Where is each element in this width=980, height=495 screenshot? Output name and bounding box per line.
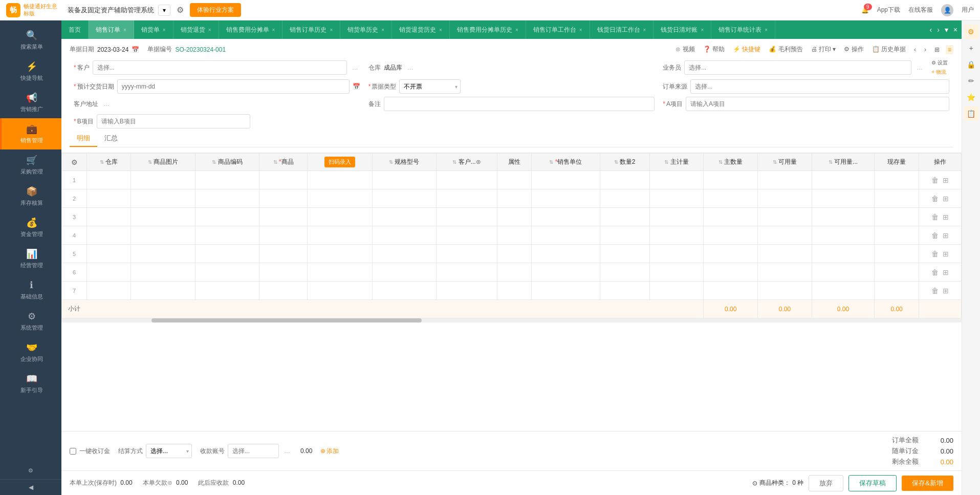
- tab-home[interactable]: 首页: [61, 20, 89, 39]
- cell-available2[interactable]: [812, 263, 874, 282]
- cell-product-code[interactable]: [195, 263, 259, 282]
- horizontal-scrollbar[interactable]: [61, 318, 962, 322]
- cell-available2[interactable]: [812, 189, 874, 208]
- sidebar-collapse-button[interactable]: ◀: [0, 479, 61, 495]
- app-download-link[interactable]: App下载: [877, 6, 900, 14]
- tab-return-history[interactable]: 销货退货历史 ×: [392, 20, 450, 39]
- cell-main-qty[interactable]: [704, 282, 758, 300]
- nav-close-all-button[interactable]: ×: [951, 25, 960, 35]
- cell-unit[interactable]: [532, 245, 600, 263]
- tab-workbench[interactable]: 销售订单工作台 ×: [526, 20, 590, 39]
- cell-available[interactable]: [758, 282, 812, 300]
- row-copy-btn[interactable]: ⊞: [942, 230, 950, 241]
- row-delete-btn[interactable]: 🗑: [930, 267, 940, 277]
- quick-payment-checkbox[interactable]: [70, 448, 76, 455]
- save-new-button[interactable]: 保存&新增: [902, 476, 953, 491]
- right-panel-icon-4[interactable]: ✏: [964, 74, 978, 88]
- next-doc-btn[interactable]: ›: [922, 45, 928, 54]
- cell-spec[interactable]: [372, 282, 436, 300]
- nav-next-button[interactable]: ›: [935, 25, 942, 35]
- cell-available[interactable]: [758, 263, 812, 282]
- tab-close-daily-clear[interactable]: ×: [643, 27, 646, 33]
- cell-stock[interactable]: [875, 189, 919, 208]
- cell-attr[interactable]: [497, 226, 531, 245]
- cell-product[interactable]: [259, 226, 308, 245]
- cell-warehouse[interactable]: [87, 282, 131, 300]
- cell-main-qty[interactable]: [704, 263, 758, 282]
- print-btn[interactable]: 🖨 打印 ▾: [809, 44, 838, 55]
- staff-input[interactable]: [684, 60, 911, 75]
- row-copy-btn[interactable]: ⊞: [942, 286, 950, 296]
- cell-qty2[interactable]: [600, 189, 649, 208]
- tab-close-return[interactable]: ×: [208, 27, 211, 33]
- cell-image[interactable]: [131, 245, 195, 263]
- cell-available2[interactable]: [812, 171, 874, 189]
- cell-stock[interactable]: [875, 226, 919, 245]
- row-copy-btn[interactable]: ⊞: [942, 212, 950, 222]
- add-payment-btn[interactable]: ⊕ 添加: [320, 447, 339, 456]
- profit-btn[interactable]: 💰 毛利预告: [767, 44, 804, 55]
- cell-product-code[interactable]: [195, 208, 259, 226]
- cell-main-qty[interactable]: [704, 226, 758, 245]
- cell-unit[interactable]: [532, 208, 600, 226]
- cell-product-code[interactable]: [195, 282, 259, 300]
- help-btn[interactable]: ❓ 帮助: [701, 44, 727, 55]
- cell-qty2[interactable]: [600, 263, 649, 282]
- tab-close-sales-order[interactable]: ×: [123, 27, 126, 33]
- cell-attr[interactable]: [497, 171, 531, 189]
- sidebar-bottom-settings[interactable]: ⚙: [0, 462, 61, 479]
- cell-qty2[interactable]: [600, 208, 649, 226]
- tab-invoice-history[interactable]: 销货单历史 ×: [340, 20, 392, 39]
- row-copy-btn[interactable]: ⊞: [942, 175, 950, 185]
- tab-close-expense[interactable]: ×: [272, 27, 275, 33]
- cell-available[interactable]: [758, 208, 812, 226]
- right-panel-icon-2[interactable]: +: [964, 41, 978, 55]
- cell-available2[interactable]: [812, 208, 874, 226]
- cell-qty2[interactable]: [600, 226, 649, 245]
- customer-more-btn[interactable]: …: [350, 64, 360, 71]
- cell-main-qty[interactable]: [704, 171, 758, 189]
- tab-close-reconcile[interactable]: ×: [701, 27, 704, 33]
- cell-product-code[interactable]: [195, 245, 259, 263]
- cell-warehouse[interactable]: [87, 189, 131, 208]
- prev-doc-btn[interactable]: ‹: [912, 45, 918, 54]
- tab-expense[interactable]: 销售费用分摊单 ×: [219, 20, 283, 39]
- cell-image[interactable]: [131, 282, 195, 300]
- cell-attr[interactable]: [497, 189, 531, 208]
- cell-main-unit[interactable]: [649, 282, 704, 300]
- tab-close-order-history[interactable]: ×: [330, 27, 333, 33]
- tab-return[interactable]: 销货退货 ×: [173, 20, 219, 39]
- payment-method-select[interactable]: 选择...: [146, 444, 192, 458]
- tab-close-invoice-history[interactable]: ×: [381, 27, 384, 33]
- tab-order-history[interactable]: 销售订单历史 ×: [282, 20, 340, 39]
- right-panel-icon-3[interactable]: 🔒: [964, 57, 978, 72]
- cell-available2[interactable]: [812, 226, 874, 245]
- cell-qty2[interactable]: [600, 282, 649, 300]
- sidebar-item-sales[interactable]: 💼 销售管理: [0, 118, 61, 149]
- tab-daily-clear[interactable]: 钱货日清工作台 ×: [590, 20, 654, 39]
- cell-available2[interactable]: [812, 282, 874, 300]
- cell-attr[interactable]: [497, 282, 531, 300]
- staff-more-btn[interactable]: …: [914, 64, 925, 71]
- sidebar-item-system[interactable]: ⚙ 系统管理: [0, 306, 61, 337]
- cell-main-unit[interactable]: [649, 226, 704, 245]
- cell-qty2[interactable]: [600, 245, 649, 263]
- cell-customer-ref[interactable]: [437, 245, 497, 263]
- project-a-input[interactable]: [686, 97, 949, 111]
- discard-button[interactable]: 放弃: [809, 475, 843, 491]
- cell-warehouse[interactable]: [87, 245, 131, 263]
- cell-stock[interactable]: [875, 171, 919, 189]
- history-btn[interactable]: 📋 历史单据: [870, 44, 908, 55]
- cell-customer-ref[interactable]: [437, 171, 497, 189]
- industry-btn[interactable]: 体验行业方案: [190, 3, 241, 17]
- row-copy-btn[interactable]: ⊞: [942, 193, 950, 204]
- cell-available[interactable]: [758, 245, 812, 263]
- cell-unit[interactable]: [532, 189, 600, 208]
- cell-main-unit[interactable]: [649, 189, 704, 208]
- cell-qty2[interactable]: [600, 171, 649, 189]
- sidebar-item-cooperation[interactable]: 🤝 企业协同: [0, 337, 61, 368]
- tab-close-workbench[interactable]: ×: [579, 27, 582, 33]
- cell-image[interactable]: [131, 226, 195, 245]
- remark-input[interactable]: [384, 97, 655, 111]
- cell-image[interactable]: [131, 189, 195, 208]
